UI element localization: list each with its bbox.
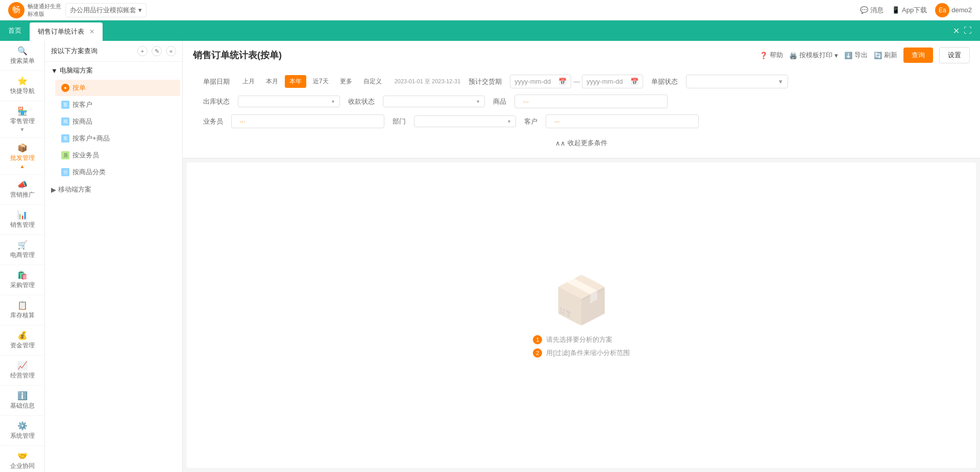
filter-row-3: 业务员 ··· 部门 ▾ 客户 ··· bbox=[203, 114, 960, 128]
settings-button[interactable]: 设置 bbox=[939, 47, 970, 63]
collapse-arrow-icon: ▼ bbox=[20, 127, 25, 132]
calendar-to-icon: 📅 bbox=[630, 78, 639, 85]
filter-area: 单据日期 上月 本月 本年 近7天 更多 自定义 2023-01-01 至 20… bbox=[193, 68, 970, 158]
sidebar-item-ecommerce[interactable]: 🛒 电商管理 bbox=[0, 235, 44, 265]
delivery-date-from[interactable]: yyyy-mm-dd 📅 bbox=[510, 75, 571, 88]
customer-select[interactable]: ··· bbox=[546, 114, 699, 128]
status-select[interactable]: ▾ bbox=[686, 75, 788, 88]
scheme-item-by-category[interactable]: 分 按商品分类 bbox=[55, 164, 180, 180]
sidebar-item-enterprise[interactable]: 🤝 企业协同 bbox=[0, 446, 44, 472]
sidebar-item-sales[interactable]: 📊 销售管理 bbox=[0, 205, 44, 235]
page-title-row: 销售订单统计表(按单) ❓ 帮助 🖨️ 按模板打印 ▾ ⬇️ bbox=[193, 47, 970, 63]
delivery-date-input-group: yyyy-mm-dd 📅 — yyyy-mm-dd 📅 bbox=[510, 75, 643, 88]
salesperson-more-icon[interactable]: ··· bbox=[240, 117, 246, 125]
tab-maximize-icon[interactable]: ⛶ bbox=[964, 26, 972, 35]
refresh-icon: 🔄 bbox=[874, 52, 882, 59]
collapse-panel-button[interactable]: « bbox=[166, 46, 176, 56]
department-select[interactable]: ▾ bbox=[414, 115, 516, 127]
date-shortcuts: 上月 本月 本年 近7天 更多 自定义 bbox=[238, 75, 386, 88]
page-header: 销售订单统计表(按单) ❓ 帮助 🖨️ 按模板打印 ▾ ⬇️ bbox=[183, 41, 980, 158]
sidebar-item-system[interactable]: ⚙️ 系统管理 bbox=[0, 416, 44, 446]
empty-tips: 1 请先选择要分析的方案 2 用[过滤]条件来缩小分析范围 bbox=[533, 335, 629, 358]
salesperson-select[interactable]: ··· bbox=[231, 114, 384, 128]
edit-scheme-button[interactable]: ✎ bbox=[152, 46, 162, 56]
calendar-from-icon: 📅 bbox=[558, 78, 567, 85]
goods-select[interactable]: ··· bbox=[514, 95, 668, 108]
tab-close-window-icon[interactable]: ✕ bbox=[953, 26, 960, 36]
chevron-down-icon: ▾ bbox=[138, 6, 142, 14]
goods-label: 商品 bbox=[493, 97, 506, 106]
scheme-item-by-salesperson[interactable]: 员 按业务员 bbox=[55, 147, 180, 163]
filter-row-1: 单据日期 上月 本月 本年 近7天 更多 自定义 2023-01-01 至 20… bbox=[203, 75, 960, 88]
sidebar-item-operations[interactable]: 📈 经营管理 bbox=[0, 356, 44, 386]
payment-status-label: 收款状态 bbox=[348, 97, 375, 106]
add-scheme-button[interactable]: + bbox=[137, 46, 148, 56]
date-btn-this-year[interactable]: 本年 bbox=[285, 75, 306, 88]
filter-row-2: 出库状态 ▾ 收款状态 ▾ 商品 ··· bbox=[203, 95, 960, 108]
sidebar-item-base-info[interactable]: ℹ️ 基础信息 bbox=[0, 386, 44, 416]
out-status-label: 出库状态 bbox=[203, 97, 230, 106]
goods-more-icon[interactable]: ··· bbox=[523, 98, 529, 105]
payment-status-select[interactable]: ▾ bbox=[383, 96, 485, 107]
date-btn-last-month[interactable]: 上月 bbox=[238, 75, 259, 88]
delivery-date-to[interactable]: yyyy-mm-dd 📅 bbox=[582, 75, 643, 88]
tab-home[interactable]: 首页 bbox=[0, 20, 30, 41]
wholesale-icon: 📦 bbox=[17, 143, 28, 153]
scheme-item-by-order[interactable]: ● 按单 bbox=[55, 80, 180, 96]
sidebar-item-retail[interactable]: 🏪 零售管理 ▼ bbox=[0, 101, 44, 138]
export-button[interactable]: ⬇️ 导出 bbox=[844, 51, 868, 60]
date-btn-custom[interactable]: 自定义 bbox=[359, 75, 386, 88]
expand-arrow-icon: ▲ bbox=[20, 163, 25, 169]
mobile-schemes-section[interactable]: ▶ 移动端方案 bbox=[45, 181, 182, 198]
sidebar-item-purchase[interactable]: 🛍️ 采购管理 bbox=[0, 265, 44, 295]
sidebar-item-wholesale[interactable]: 📦 批发管理 ▲ bbox=[0, 138, 44, 175]
by-salesperson-icon: 员 bbox=[61, 151, 69, 159]
collapse-button[interactable]: ∧∧ 收起更多条件 bbox=[555, 138, 607, 148]
sidebar-item-marketing[interactable]: 📣 营销推广 bbox=[0, 175, 44, 205]
status-label: 单据状态 bbox=[651, 77, 678, 86]
search-button[interactable]: 查询 bbox=[903, 48, 933, 63]
date-btn-more[interactable]: 更多 bbox=[335, 75, 357, 88]
sidebar-item-finance[interactable]: 💰 资金管理 bbox=[0, 325, 44, 356]
scheme-item-by-customer-goods[interactable]: 客 按客户+商品 bbox=[55, 130, 180, 147]
print-button[interactable]: 🖨️ 按模板打印 ▾ bbox=[789, 51, 838, 60]
customer-more-icon[interactable]: ··· bbox=[554, 117, 560, 125]
content-area: 按以下方案查询 + ✎ « ▼ 电脑端方案 ● 按单 bbox=[45, 41, 980, 472]
finance-icon: 💰 bbox=[17, 331, 28, 340]
payment-arrow-icon: ▾ bbox=[477, 99, 479, 104]
tabbar: 首页 销售订单统计表 ✕ ✕ ⛶ bbox=[0, 20, 980, 41]
message-button[interactable]: 💬 消息 bbox=[860, 6, 884, 15]
tabbar-actions: ✕ ⛶ bbox=[953, 26, 980, 36]
retail-icon: 🏪 bbox=[17, 106, 28, 116]
scheme-item-by-goods[interactable]: 商 按商品 bbox=[55, 113, 180, 130]
scheme-item-by-customer[interactable]: 客 按客户 bbox=[55, 97, 180, 113]
tab-close-icon[interactable]: ✕ bbox=[89, 28, 94, 35]
out-status-select[interactable]: ▾ bbox=[238, 96, 340, 107]
app-selector[interactable]: 办公用品行业模拟账套 ▾ bbox=[65, 3, 146, 17]
ecommerce-icon: 🛒 bbox=[17, 240, 28, 250]
sidebar-item-quick-nav[interactable]: ⭐ 快捷导航 bbox=[0, 71, 44, 101]
inventory-icon: 📋 bbox=[17, 300, 28, 310]
marketing-icon: 📣 bbox=[17, 180, 28, 190]
pc-schemes-list: ● 按单 客 按客户 商 按商品 客 按客户+商品 bbox=[45, 80, 182, 180]
department-label: 部门 bbox=[393, 117, 406, 126]
department-arrow-icon: ▾ bbox=[508, 119, 510, 124]
user-menu[interactable]: Ea demo2 bbox=[935, 3, 972, 17]
tab-sales-stats[interactable]: 销售订单统计表 ✕ bbox=[30, 22, 103, 41]
app-download-button[interactable]: 📱 App下载 bbox=[892, 6, 927, 15]
refresh-button[interactable]: 🔄 刷新 bbox=[874, 51, 897, 60]
sidebar: 🔍 搜索菜单 ⭐ 快捷导航 🏪 零售管理 ▼ 📦 批发管理 ▲ 📣 营销推广 📊… bbox=[0, 41, 45, 472]
by-category-icon: 分 bbox=[61, 168, 69, 176]
help-button[interactable]: ❓ 帮助 bbox=[760, 51, 783, 60]
by-goods-icon: 商 bbox=[61, 117, 69, 126]
help-icon: ❓ bbox=[760, 52, 768, 59]
topbar-right: 💬 消息 📱 App下载 Ea demo2 bbox=[860, 3, 972, 17]
date-btn-this-month[interactable]: 本月 bbox=[261, 75, 283, 88]
operations-icon: 📈 bbox=[17, 361, 28, 370]
date-btn-last-7[interactable]: 近7天 bbox=[308, 75, 333, 88]
pc-schemes-header[interactable]: ▼ 电脑端方案 bbox=[45, 62, 182, 79]
sidebar-item-inventory[interactable]: 📋 库存核算 bbox=[0, 295, 44, 325]
delivery-date-label: 预计交货期 bbox=[469, 77, 502, 86]
pc-schemes-arrow-icon: ▼ bbox=[51, 67, 58, 75]
sidebar-item-search[interactable]: 🔍 搜索菜单 bbox=[0, 41, 44, 71]
